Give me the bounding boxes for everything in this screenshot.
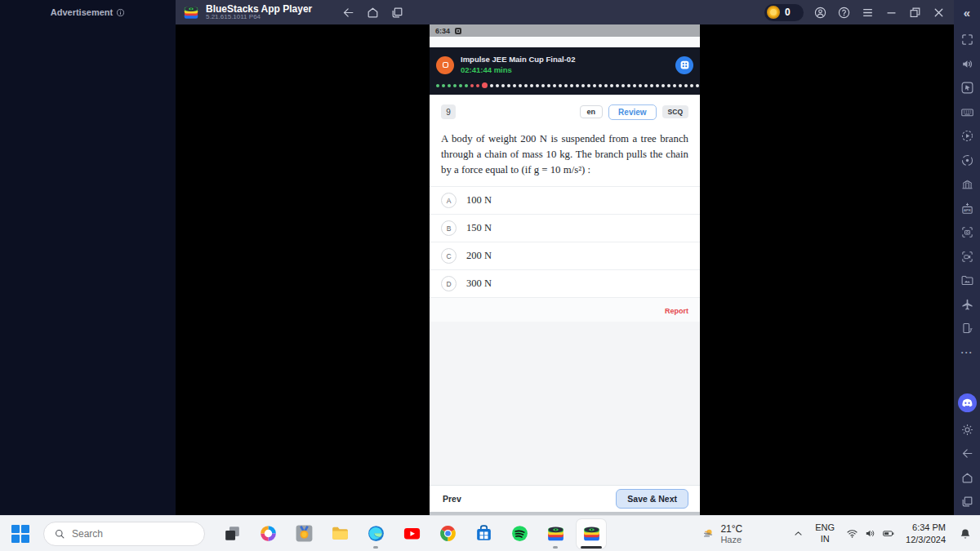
test-timer: 02:41:44 mins [461, 65, 669, 76]
recent-apps-icon[interactable] [960, 495, 974, 509]
more-options-icon[interactable]: ··· [960, 346, 974, 360]
progress-dot [482, 82, 488, 88]
spotify-taskbar-icon[interactable] [505, 519, 534, 549]
answer-option[interactable]: C 200 N [430, 242, 700, 269]
game-controls-icon[interactable] [960, 177, 974, 191]
help-icon[interactable] [837, 6, 851, 20]
keyboard-controls-icon[interactable] [960, 105, 974, 119]
recent-apps-icon[interactable] [390, 6, 404, 20]
weather-temp: 21°C [720, 523, 742, 535]
start-button[interactable] [11, 525, 29, 543]
haze-weather-icon [702, 527, 715, 540]
task-view-taskbar-icon[interactable] [217, 519, 247, 549]
advertisement-panel: Advertisement [0, 0, 176, 515]
chrome-taskbar-icon[interactable] [433, 519, 462, 549]
progress-dot [564, 84, 568, 87]
empty-area [430, 322, 700, 485]
file-explorer-taskbar-icon[interactable] [325, 519, 354, 549]
progress-dot [559, 84, 562, 87]
android-gesture-bar[interactable] [430, 512, 700, 515]
report-link[interactable]: Report [665, 307, 688, 315]
volume-icon[interactable] [960, 57, 974, 71]
emulator-display: 6:34 Impulse JEE Main Cup Final-02 02:41… [176, 24, 954, 515]
media-manager-icon[interactable] [960, 273, 974, 287]
hidden-icons-chevron[interactable] [793, 528, 804, 539]
option-text: 300 N [466, 278, 492, 290]
progress-dot [490, 84, 493, 87]
bluestacks-sidebar: « ··· [954, 0, 980, 515]
option-letter-badge: D [441, 276, 457, 291]
review-button[interactable]: Review [608, 104, 656, 120]
progress-dot [501, 84, 505, 87]
app-top-gap [430, 37, 700, 47]
bluestacks-taskbar-icon[interactable] [541, 519, 570, 549]
progress-dot [633, 84, 636, 87]
back-icon[interactable] [960, 447, 974, 460]
titlebar-titles: BlueStacks App Player 5.21.615.1011 P64 [206, 4, 312, 21]
youtube-taskbar-icon[interactable] [397, 519, 426, 549]
progress-dot [599, 84, 602, 87]
option-letter-badge: B [441, 220, 457, 236]
progress-dot [547, 84, 550, 87]
taskbar-search[interactable] [43, 522, 205, 546]
settings-gear-icon[interactable] [960, 423, 974, 437]
menu-icon[interactable] [861, 6, 875, 20]
minimize-icon[interactable] [884, 6, 898, 20]
discord-icon[interactable] [958, 393, 977, 412]
back-icon[interactable] [341, 6, 355, 20]
progress-dot [470, 84, 474, 87]
answer-option[interactable]: A 100 N [430, 186, 700, 214]
weather-condition: Haze [720, 535, 742, 544]
question-type-badge: SCQ [662, 105, 688, 118]
question-panel: 9 en Review SCQ A body of weight 200 N i… [430, 95, 700, 512]
screen-record-icon[interactable] [960, 250, 974, 264]
account-icon[interactable] [813, 6, 827, 20]
notifications-bell-icon[interactable] [959, 527, 972, 540]
taskbar-tray: 21°C Haze ENG IN 6:34 PM 12/3/2024 [702, 522, 972, 545]
emulator-phone-screen: 6:34 Impulse JEE Main Cup Final-02 02:41… [430, 24, 700, 515]
copilot-taskbar-icon[interactable] [253, 519, 283, 549]
airplane-mode-icon[interactable] [960, 298, 974, 312]
aim-target-icon[interactable] [960, 153, 974, 167]
language-toggle[interactable]: en [580, 105, 604, 118]
close-icon[interactable] [932, 6, 946, 20]
edge-taskbar-icon[interactable] [361, 519, 390, 549]
weather-widget[interactable]: 21°C Haze [702, 523, 742, 544]
progress-dot [465, 84, 468, 87]
windows-taskbar: 21°C Haze ENG IN 6:34 PM 12/3/2024 [0, 515, 980, 551]
language-indicator[interactable]: ENG IN [815, 522, 835, 545]
rotate-screen-icon[interactable] [960, 322, 974, 335]
coin-balance[interactable]: 0 [764, 4, 804, 21]
progress-dot [530, 84, 533, 87]
question-text: A body of weight 200 N is suspended from… [430, 127, 700, 187]
end-test-button[interactable] [436, 56, 454, 74]
answer-option[interactable]: B 150 N [430, 214, 700, 242]
progress-dot [524, 84, 528, 87]
option-letter-badge: C [441, 248, 457, 264]
fullscreen-icon[interactable] [960, 33, 974, 47]
macro-recorder-icon[interactable] [960, 129, 974, 143]
question-palette-button[interactable] [675, 56, 693, 74]
prev-button[interactable]: Prev [443, 494, 461, 504]
system-tray-icons[interactable] [846, 527, 894, 540]
install-apk-icon[interactable] [960, 202, 974, 216]
progress-dot [650, 84, 653, 87]
progress-dot [541, 84, 545, 87]
home-icon[interactable] [366, 6, 380, 20]
home-icon[interactable] [960, 471, 974, 485]
bluestacks-taskbar-icon[interactable] [577, 519, 606, 549]
screenshot-icon[interactable] [960, 225, 974, 239]
advertisement-label: Advertisement [0, 7, 176, 17]
report-row: Report [430, 297, 700, 322]
progress-dot [656, 84, 659, 87]
save-next-button[interactable]: Save & Next [616, 489, 688, 509]
microsoft-store-taskbar-icon[interactable] [469, 519, 498, 549]
restore-icon[interactable] [908, 6, 922, 20]
clock-widget[interactable]: 6:34 PM 12/3/2024 [906, 522, 946, 545]
answer-option[interactable]: D 300 N [430, 269, 700, 297]
option-text: 100 N [466, 194, 492, 207]
cursor-mode-icon[interactable] [960, 81, 974, 95]
collapse-sidebar-icon[interactable]: « [964, 7, 970, 21]
search-input[interactable] [72, 528, 178, 540]
medal-app-taskbar-icon[interactable] [289, 519, 318, 549]
